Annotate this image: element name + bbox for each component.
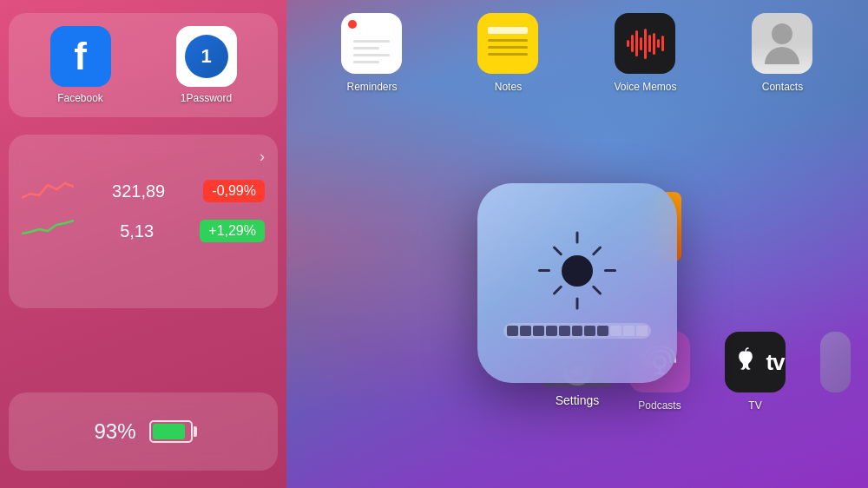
left-top-app-group: f Facebook 1 1Password	[9, 13, 278, 117]
app-reminders-wrapper[interactable]: Reminders	[341, 13, 402, 93]
battery-fill	[153, 424, 186, 439]
reminders-line-4	[353, 61, 378, 63]
battery-icon	[149, 420, 193, 443]
stock-value-2: 5,13	[74, 221, 200, 241]
sun-icon	[534, 228, 621, 314]
wave-bar-6	[648, 35, 651, 52]
app-label-facebook: Facebook	[57, 92, 103, 104]
app-icon-facebook[interactable]: f	[50, 26, 111, 87]
notes-line-2	[488, 46, 528, 49]
seg-3	[533, 326, 544, 336]
stock-chart-1	[22, 176, 74, 206]
tv-svg	[726, 346, 766, 378]
app-label-voice-memos: Voice Memos	[614, 81, 676, 93]
seg-6	[572, 326, 583, 336]
app-icon-notes[interactable]	[477, 13, 538, 74]
notes-top-bar	[488, 27, 528, 34]
app-label-contacts: Contacts	[762, 81, 803, 93]
ray-left	[538, 269, 550, 272]
ray-bl	[552, 246, 562, 256]
wave-bar-9	[661, 36, 664, 51]
left-panel: f Facebook 1 1Password ›	[0, 0, 286, 488]
reminders-line-2	[353, 47, 378, 49]
seg-7	[584, 326, 595, 336]
stock-value-1: 321,89	[74, 181, 203, 201]
app-icon-contacts[interactable]	[752, 13, 812, 74]
brightness-bar	[503, 323, 651, 339]
contact-head	[772, 23, 792, 44]
ray-top	[576, 298, 579, 310]
stock-chart-2	[22, 216, 74, 246]
stock-change-2: +1,29%	[200, 220, 265, 242]
ray-tr	[592, 285, 602, 295]
app-label-settings: Settings	[556, 393, 600, 407]
notes-line-3	[488, 53, 528, 56]
app-tv-wrapper[interactable]: tv TV	[725, 332, 786, 412]
app-label-podcasts: Podcasts	[638, 399, 681, 412]
sun-center	[562, 255, 593, 287]
seg-11	[636, 326, 648, 336]
contact-body	[765, 47, 799, 64]
voice-wave	[627, 26, 664, 61]
app-contacts-wrapper[interactable]: Contacts	[752, 13, 812, 93]
wave-bar-5	[644, 29, 647, 59]
stock-row-2: 5,13 +1,29%	[22, 216, 265, 246]
app-icon-voice-memos[interactable]	[615, 13, 675, 74]
app-icon-settings-large[interactable]	[477, 183, 677, 383]
facebook-letter: f	[74, 35, 87, 78]
app-notes-wrapper[interactable]: Notes	[477, 13, 538, 93]
app-facebook-wrapper[interactable]: f Facebook	[50, 26, 111, 104]
stocks-header: ›	[22, 148, 265, 166]
wave-bar-1	[627, 40, 629, 47]
top-apps-row: Reminders Notes	[286, 0, 868, 102]
app-icon-tv[interactable]: tv	[725, 332, 786, 392]
seg-10	[623, 326, 635, 336]
ray-right	[604, 269, 616, 272]
seg-8	[597, 326, 608, 336]
app-partial-wrapper[interactable]	[820, 332, 851, 392]
stock-row-1: 321,89 -0,99%	[22, 176, 265, 206]
app-label-tv: TV	[748, 399, 761, 412]
seg-1	[507, 326, 518, 336]
stocks-widget: › 321,89 -0,99%	[9, 135, 278, 308]
battery-widget: 93%	[9, 392, 278, 471]
notes-line-1	[488, 39, 528, 42]
settings-large-container: Settings	[477, 183, 677, 407]
1password-inner: 1	[185, 35, 228, 78]
ray-br	[592, 246, 602, 256]
screen: f Facebook 1 1Password ›	[0, 0, 868, 488]
seg-4	[546, 326, 557, 336]
app-label-1password: 1Password	[181, 92, 232, 104]
reminders-dot	[348, 20, 357, 29]
seg-2	[520, 326, 531, 336]
stocks-chevron-icon[interactable]: ›	[260, 148, 265, 166]
ray-bottom	[576, 232, 579, 244]
app-label-reminders: Reminders	[346, 81, 397, 93]
reminders-line-1	[353, 40, 390, 43]
stock-change-1: -0,99%	[203, 180, 265, 202]
app-1password-wrapper[interactable]: 1 1Password	[176, 26, 237, 104]
wave-bar-8	[657, 39, 660, 48]
ray-tl	[552, 285, 562, 295]
app-label-notes: Notes	[495, 81, 522, 93]
seg-5	[559, 326, 570, 336]
app-icon-partial[interactable]	[820, 332, 851, 392]
app-voice-memos-wrapper[interactable]: Voice Memos	[614, 13, 676, 93]
wave-bar-7	[653, 33, 655, 55]
wave-bar-4	[640, 37, 642, 50]
wave-bar-3	[635, 30, 638, 56]
app-icon-reminders[interactable]	[341, 13, 402, 74]
notes-lines	[483, 23, 533, 63]
battery-percent: 93%	[94, 419, 135, 444]
wave-bar-2	[631, 35, 634, 52]
contact-figure	[765, 23, 799, 64]
reminders-line-3	[353, 54, 390, 56]
tv-text: tv	[766, 349, 784, 376]
app-icon-1password[interactable]: 1	[176, 26, 237, 87]
reminders-lines	[346, 36, 397, 68]
seg-9	[610, 326, 621, 336]
